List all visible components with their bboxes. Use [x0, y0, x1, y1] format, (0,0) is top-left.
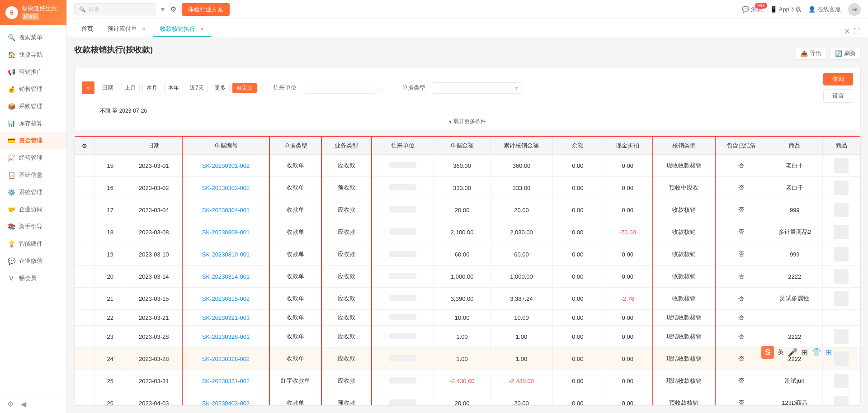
sidebar-item-basic[interactable]: 📋 基础信息 — [0, 166, 66, 184]
tab-maximize-icon[interactable]: ⛶ — [854, 28, 861, 36]
cell-bill-no[interactable]: SK-20230310-001 — [182, 243, 270, 266]
cell-bill-no[interactable]: SK-20230331-002 — [182, 370, 270, 392]
tab-receipt-exec-close[interactable]: ✕ — [200, 26, 204, 32]
cell-product2 — [822, 370, 860, 392]
guide-icon: 📚 — [7, 223, 15, 230]
table-row[interactable]: 25 2023-03-31 SK-20230331-002 红字收款单 应收款 … — [75, 370, 860, 392]
filter-date-custom[interactable]: 自定义 — [232, 83, 257, 93]
cell-bill-no[interactable]: SK-20230308-001 — [182, 221, 270, 243]
table-row[interactable]: 15 2023-03-01 SK-20230301-002 收款单 应收款 36… — [75, 155, 860, 177]
cell-bill-no[interactable]: SK-20230314-001 — [182, 266, 270, 288]
table-row[interactable]: 18 2023-03-08 SK-20230308-001 收款单 应收款 2,… — [75, 221, 860, 243]
sidebar-item-finance[interactable]: 💳 资金管理 — [0, 132, 66, 149]
cell-cash-discount: 0.00 — [603, 243, 653, 266]
col-header-biz-type: 业务类型 — [321, 137, 372, 155]
bill-no-link[interactable]: SK-20230321-003 — [202, 314, 250, 321]
bill-no-link[interactable]: SK-20230304-001 — [202, 207, 250, 214]
sidebar-item-system[interactable]: ⚙️ 系统管理 — [0, 184, 66, 201]
bill-no-link[interactable]: SK-20230403-002 — [202, 400, 250, 406]
sidebar-item-inventory[interactable]: 📊 库存核算 — [0, 115, 66, 132]
table-row[interactable]: 22 2023-03-21 SK-20230321-003 收款单 应收款 10… — [75, 310, 860, 326]
cell-bill-no[interactable]: SK-20230403-002 — [182, 392, 270, 406]
topbar-app-download[interactable]: 📱 App下载 — [770, 5, 801, 14]
table-row[interactable]: 26 2023-04-03 SK-20230403-002 收款单 预收款 20… — [75, 392, 860, 406]
table-row[interactable]: 19 2023-03-10 SK-20230310-001 收款单 应收款 60… — [75, 243, 860, 266]
table-row[interactable]: 20 2023-03-14 SK-20230314-001 收款单 应收款 1,… — [75, 266, 860, 288]
sidebar-item-hardware[interactable]: 💡 智能硬件 — [0, 235, 66, 252]
col-settings[interactable]: ⚙ — [75, 137, 94, 155]
filter-date-last-month[interactable]: 上月 — [121, 83, 140, 93]
table-row[interactable]: 23 2023-03-28 SK-20230328-001 收款单 应收款 1.… — [75, 326, 860, 348]
tab-home[interactable]: 首页 — [74, 19, 100, 37]
table-row[interactable]: 21 2023-03-15 SK-20230315-002 收款单 应收款 3,… — [75, 288, 860, 310]
cell-bill-no[interactable]: SK-20230315-002 — [182, 288, 270, 310]
filter-date-this-month[interactable]: 本月 — [142, 83, 161, 93]
bill-no-link[interactable]: SK-20230302-002 — [202, 185, 250, 191]
sidebar-item-marketing[interactable]: 📢 营销推广 — [0, 63, 66, 81]
cell-bill-amount: 360.00 — [434, 155, 490, 177]
topbar-online-service[interactable]: 👤 在线客服 — [808, 5, 841, 14]
bill-no-link[interactable]: SK-20230314-001 — [202, 273, 250, 280]
cell-bill-no[interactable]: SK-20230304-001 — [182, 199, 270, 221]
sidebar-settings-icon[interactable]: ⚙ — [7, 400, 14, 408]
bill-no-link[interactable]: SK-20230310-001 — [202, 251, 250, 258]
table-settings-icon[interactable]: ⚙ — [82, 142, 87, 149]
tab-close-all-icon[interactable]: ✕ — [844, 27, 850, 36]
topbar-dropdown-icon[interactable]: ▾ — [161, 5, 165, 14]
sidebar-item-wechat[interactable]: 💬 企业微信 — [0, 252, 66, 270]
tab-preaccount[interactable]: 预计应付单 ✕ — [100, 19, 153, 37]
cell-product: 多计量商品2 — [767, 221, 822, 243]
sidebar-collapse-icon[interactable]: ◀ — [21, 400, 26, 408]
cell-date: 2023-03-31 — [126, 370, 182, 392]
filter-date-7days[interactable]: 近7天 — [186, 83, 208, 93]
cell-include-settled: 否 — [715, 199, 767, 221]
tab-receipt-exec[interactable]: 收款核销执行 ✕ — [153, 19, 211, 37]
bill-no-link[interactable]: SK-20230301-002 — [202, 162, 250, 169]
product-thumb — [834, 158, 849, 173]
cell-bill-no[interactable]: SK-20230321-003 — [182, 310, 270, 326]
table-row[interactable]: 24 2023-03-28 SK-20230328-002 收款单 应收款 1.… — [75, 348, 860, 370]
topbar-gear-icon[interactable]: ⚙ — [170, 5, 176, 14]
filter-date-more[interactable]: 更多 — [211, 83, 230, 93]
cell-bill-no[interactable]: SK-20230328-001 — [182, 326, 270, 348]
sidebar-item-corp[interactable]: 🤝 企业协同 — [0, 201, 66, 218]
tab-preaccount-close[interactable]: ✕ — [142, 26, 146, 32]
cell-product2 — [822, 326, 860, 348]
cell-bill-no[interactable]: SK-20230328-002 — [182, 348, 270, 370]
bill-no-link[interactable]: SK-20230308-001 — [202, 229, 250, 236]
filter-query-button[interactable]: 查询 — [823, 73, 853, 85]
sidebar-item-search[interactable]: 🔍 搜索菜单 — [0, 29, 66, 46]
industry-solution-button[interactable]: 体验行业方案 — [182, 3, 230, 16]
sidebar-item-guide[interactable]: 📚 新手引导 — [0, 218, 66, 235]
sidebar-item-operation[interactable]: 📈 经营管理 — [0, 149, 66, 166]
sidebar-item-purchase[interactable]: 📦 采购管理 — [0, 98, 66, 115]
cell-product: 老白干 — [767, 177, 822, 199]
filter-unit-input[interactable] — [304, 82, 376, 94]
bill-no-link[interactable]: SK-20230328-002 — [202, 356, 250, 362]
topbar-search[interactable]: 🔍 搜索 — [74, 3, 156, 15]
col-header-accum-amount: 累计核销金额 — [490, 137, 552, 155]
sidebar-item-quick-nav[interactable]: 🏠 快捷导航 — [0, 46, 66, 63]
filter-date-this-year[interactable]: 本年 — [164, 83, 183, 93]
bill-no-link[interactable]: SK-20230315-002 — [202, 295, 250, 302]
cell-product — [767, 310, 822, 326]
user-avatar[interactable]: Rit — [848, 3, 861, 16]
brand-apps-icon: ⊞ — [825, 347, 832, 357]
table-row[interactable]: 17 2023-03-04 SK-20230304-001 收款单 应收款 20… — [75, 199, 860, 221]
filter-settings-button[interactable]: 设置 — [823, 89, 853, 103]
bill-no-link[interactable]: SK-20230328-001 — [202, 333, 250, 340]
cell-bill-no[interactable]: SK-20230302-002 — [182, 177, 270, 199]
topbar-messages[interactable]: 💬 消息 99+ — [742, 5, 763, 14]
bill-no-link[interactable]: SK-20230331-002 — [202, 378, 250, 385]
filter-expand-more[interactable]: ▾ 展开更多条件 — [82, 118, 853, 125]
refresh-button[interactable]: 🔄 刷新 — [830, 47, 861, 60]
filter-bill-type-select[interactable]: ▾ — [433, 82, 523, 94]
cell-bill-no[interactable]: SK-20230301-002 — [182, 155, 270, 177]
export-button[interactable]: 📤 导出 — [796, 47, 826, 60]
table-row[interactable]: 16 2023-03-02 SK-20230302-002 收款单 预收款 33… — [75, 177, 860, 199]
filter-expand-toggle[interactable]: » — [82, 81, 94, 94]
cell-biz-type: 应收款 — [321, 221, 372, 243]
sidebar-item-member[interactable]: V 畅会员 — [0, 270, 66, 287]
product-thumb — [834, 247, 849, 261]
sidebar-item-sales[interactable]: 💰 销售管理 — [0, 81, 66, 98]
